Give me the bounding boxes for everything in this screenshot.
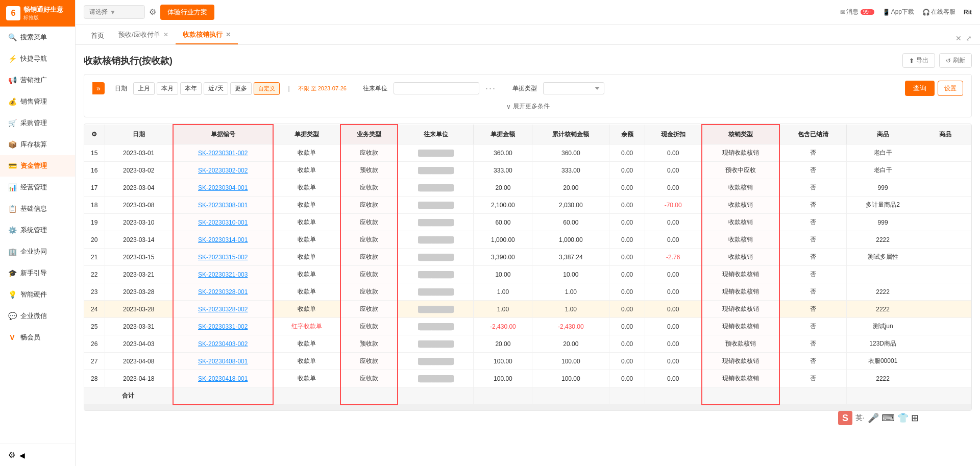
export-button[interactable]: ⬆ 导出 [902,53,935,68]
tab-expand-icon[interactable]: ⤢ [966,34,972,42]
tab-close-all-icon[interactable]: ✕ [955,34,962,42]
voucher-no-link[interactable]: SK-20230418-001 [198,375,248,382]
sidebar-item-sales[interactable]: 💰 销售管理 [0,91,75,112]
th-verify-type[interactable]: 核销类型 [702,125,780,144]
cell-amount: 100.00 [474,353,532,370]
cell-include-settled: 否 [779,179,846,197]
th-amount[interactable]: 单据金额 [474,125,532,144]
voucher-no-link[interactable]: SK-20230408-001 [198,358,248,365]
voucher-no-link[interactable]: SK-20230301-002 [198,150,248,157]
sidebar-item-quick[interactable]: ⚡ 快捷导航 [0,48,75,69]
voucher-no-link[interactable]: SK-20230403-002 [198,340,248,348]
cell-partner: ████████ [398,266,474,283]
online-service-link[interactable]: 🎧 在线客服 [922,8,955,16]
tab-home[interactable]: 首页 [84,27,111,44]
sidebar-item-operation[interactable]: 📊 经营管理 [0,177,75,198]
refresh-button[interactable]: ↺ 刷新 [939,53,972,68]
sidebar-item-basic[interactable]: 📋 基础信息 [0,198,75,219]
th-biz-type[interactable]: 业务类型 [340,125,398,144]
tab-pre-receipt-close[interactable]: ✕ [163,31,168,38]
th-date[interactable]: 日期 [105,125,173,144]
tab-controls: ✕ ⤢ [955,34,972,44]
solution-button[interactable]: 体验行业方案 [160,5,214,20]
sidebar-item-finance[interactable]: 💳 资金管理 [0,155,75,177]
sidebar-item-search[interactable]: 🔍 搜索菜单 [0,27,75,48]
settings-bottom-icon[interactable]: ⚙ [8,450,15,460]
voucher-type-select[interactable] [543,82,604,94]
cell-include-settled: 否 [779,197,846,214]
voucher-no-link[interactable]: SK-20230315-002 [198,254,248,261]
gear-icon: ⚙️ [8,226,16,234]
logo-main: 畅销通好生意 [23,5,63,14]
tab-pre-receipt[interactable]: 预收/应收付单 ✕ [111,26,176,44]
th-gear[interactable]: ⚙ [84,125,105,144]
th-partner[interactable]: 往来单位 [398,125,474,144]
table-row: 25 2023-03-31 SK-20230331-002 红字收款单 应收款 … [84,318,971,335]
cell-cumulative: 20.00 [532,179,609,197]
cell-include-settled: 否 [779,249,846,266]
voucher-no-link[interactable]: SK-20230310-001 [198,219,248,226]
sidebar-item-label: 企业微信 [20,311,47,321]
th-balance[interactable]: 余额 [609,125,645,144]
sidebar-item-guide[interactable]: 🎓 新手引导 [0,262,75,284]
th-voucher-no[interactable]: 单据编号 [173,125,273,144]
date-btn-more[interactable]: 更多 [230,82,252,95]
table-horizontal-scrollbar[interactable] [84,405,971,410]
breadcrumb-select[interactable]: 请选择 ▼ [84,5,145,19]
partner-input[interactable] [394,82,479,94]
cell-no: 27 [84,353,105,370]
sidebar-item-inventory[interactable]: 📦 库存核算 [0,134,75,155]
th-product1[interactable]: 商品 [847,125,919,144]
th-voucher-type[interactable]: 单据类型 [273,125,340,144]
th-cumulative[interactable]: 累计核销金额 [532,125,609,144]
date-btn-7days[interactable]: 近7天 [204,82,229,95]
collapse-icon[interactable]: ◀ [19,451,25,459]
main-area: 请选择 ▼ ⚙ 体验行业方案 ✉ 消息 99+ 📱 App下载 🎧 在线客服 R… [76,0,980,466]
voucher-no-link[interactable]: SK-20230328-002 [198,306,248,313]
cart-icon: 🛒 [8,119,16,127]
voucher-no-link[interactable]: SK-20230321-003 [198,271,248,278]
message-area[interactable]: ✉ 消息 99+ [840,8,874,16]
sidebar-item-system[interactable]: ⚙️ 系统管理 [0,219,75,241]
voucher-no-link[interactable]: SK-20230331-002 [198,323,248,330]
filter-toggle-button[interactable]: » [92,82,105,94]
query-button[interactable]: 查询 [905,81,935,96]
th-product2[interactable]: 商品 [919,125,971,144]
sidebar-item-hardware[interactable]: 💡 智能硬件 [0,284,75,305]
sidebar-item-member[interactable]: V 畅会员 [0,327,75,348]
expand-more-button[interactable]: ∨ 展开更多条件 [506,102,550,111]
cell-verify-type: 预收款核销 [702,335,780,353]
footer-biz-type [340,387,398,405]
th-include-settled[interactable]: 包含已结清 [779,125,846,144]
voucher-no-link[interactable]: SK-20230314-001 [198,236,248,243]
message-icon: ✉ [840,9,845,16]
user-name[interactable]: Rit [964,9,972,16]
voucher-no-link[interactable]: SK-20230308-001 [198,202,248,209]
voucher-no-link[interactable]: SK-20230302-002 [198,167,248,174]
sidebar-item-wechat[interactable]: 💬 企业微信 [0,305,75,327]
date-btn-this-month[interactable]: 本月 [157,82,178,95]
cell-cash-discount: 0.00 [645,179,701,197]
cell-cash-discount: 0.00 [645,370,701,387]
cell-amount: 1.00 [474,301,532,318]
settings-topbar-icon[interactable]: ⚙ [149,7,156,17]
setting-button[interactable]: 设置 [938,81,963,96]
app-download-link[interactable]: 📱 App下载 [883,8,914,16]
date-btn-last-month[interactable]: 上月 [133,82,155,95]
date-btn-this-year[interactable]: 本年 [180,82,202,95]
cell-balance: 0.00 [609,214,645,231]
cell-date: 2023-03-21 [105,266,173,283]
th-cash-discount[interactable]: 现金折扣 [645,125,701,144]
sidebar-item-corp[interactable]: 🏢 企业协同 [0,241,75,262]
cell-product1: 衣服00001 [847,353,919,370]
tab-collection-verify-close[interactable]: ✕ [226,31,231,38]
tab-collection-verify[interactable]: 收款核销执行 ✕ [176,26,238,44]
voucher-no-link[interactable]: SK-20230304-001 [198,184,248,191]
voucher-no-link[interactable]: SK-20230328-001 [198,288,248,296]
sidebar-item-marketing[interactable]: 📢 营销推广 [0,69,75,91]
cell-voucher-no: SK-20230331-002 [173,318,273,335]
date-btn-custom[interactable]: 自定义 [254,82,280,95]
cell-amount: 360.00 [474,144,532,162]
cell-date: 2023-04-18 [105,370,173,387]
sidebar-item-purchase[interactable]: 🛒 采购管理 [0,112,75,134]
